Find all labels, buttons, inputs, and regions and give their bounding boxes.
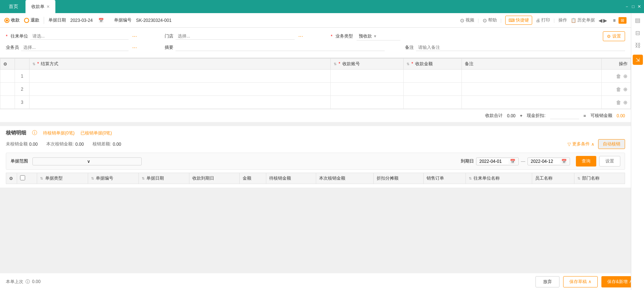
delete-icon[interactable]: 🗑	[616, 99, 621, 105]
doc-no-value: SK-20230324-001	[136, 18, 171, 23]
discount-input[interactable]	[550, 112, 579, 119]
table-row: 3 🗑 ⊕	[0, 96, 631, 109]
save-draft-btn[interactable]: 保存草稿 ∧	[563, 276, 598, 287]
minimize-btn[interactable]: －	[625, 4, 629, 10]
staff-input[interactable]	[21, 44, 129, 51]
equals-sign: =	[584, 113, 586, 118]
history-btn[interactable]: 📋 历史单据	[571, 17, 595, 23]
filter-icon: ▽	[568, 142, 571, 147]
calendar-from-icon[interactable]: 📅	[510, 159, 515, 164]
row-account-cell[interactable]	[331, 96, 404, 109]
col-current-cancel: 本次核销金额	[316, 173, 373, 184]
prev-arrow[interactable]: ◀	[598, 17, 602, 23]
row-num-cell: 3	[15, 96, 30, 109]
calendar-to-icon[interactable]: 📅	[561, 159, 567, 164]
row-remark-cell[interactable]	[462, 96, 602, 109]
col-staff-name: 员工名称	[532, 173, 574, 184]
abandon-btn[interactable]: 放弃	[535, 276, 559, 287]
remark-field: 备注	[405, 44, 625, 51]
row-num-cell: 2	[15, 83, 30, 96]
table-settings-icon[interactable]: ⚙	[9, 176, 13, 181]
plus-sign: +	[520, 113, 522, 118]
date-label: 单据日期	[48, 17, 66, 23]
copy-icon[interactable]: ⊕	[623, 86, 628, 92]
date-value: 2023-03-24	[70, 18, 93, 23]
col-action: 操作	[602, 59, 631, 70]
radio-tuiquan[interactable]: 退款	[24, 17, 39, 23]
radio-shouquan[interactable]: 收款	[4, 17, 20, 23]
store-input[interactable]	[176, 33, 295, 40]
counterpart-more-icon[interactable]: ···	[132, 34, 137, 39]
sidebar-icon-table[interactable]: ▤	[635, 17, 640, 24]
col-account: ⇅ * 收款账号	[331, 59, 404, 70]
biztype-label: 业务类型	[335, 33, 353, 39]
calendar-icon[interactable]: 📅	[98, 18, 104, 23]
row-amount-cell[interactable]	[404, 83, 462, 96]
row-remark-cell[interactable]	[462, 83, 602, 96]
row-settle-cell[interactable]	[30, 96, 331, 109]
toolbar: 收款 退款 单据日期 2023-03-24 📅 单据编号 SK-20230324…	[0, 13, 631, 28]
row-settle-cell[interactable]	[30, 70, 331, 83]
biztype-select[interactable]: 预收款 ▼	[357, 32, 400, 40]
delete-icon[interactable]: 🗑	[616, 86, 621, 92]
range-select[interactable]: ∨	[32, 157, 142, 165]
shortcut-btn[interactable]: ⌨ 快捷键	[505, 16, 532, 25]
copy-icon[interactable]: ⊕	[623, 99, 628, 105]
copy-icon[interactable]: ⊕	[623, 73, 628, 79]
total-value: 0.00	[507, 113, 515, 118]
pending-tab[interactable]: 待核销单据(0笔)	[43, 130, 75, 136]
query-btn[interactable]: 查询	[576, 156, 596, 166]
next-arrow[interactable]: ▶	[603, 17, 607, 23]
counterpart-input[interactable]	[30, 33, 129, 40]
grid-view-btn[interactable]: ⊞	[619, 17, 627, 24]
date-to-input[interactable]	[531, 159, 560, 164]
date-from-input[interactable]	[479, 159, 508, 164]
remark-input[interactable]	[416, 44, 625, 51]
tab-bar: 首页 收款单 × － □ ✕	[0, 0, 644, 13]
done-tab[interactable]: 已核销单据(0笔)	[80, 130, 112, 136]
tab-close-icon[interactable]: ×	[47, 4, 50, 9]
store-field: 门店 ···	[165, 33, 303, 40]
current-stat: 本次核销金额: 0.00	[46, 141, 84, 147]
auto-verify-btn[interactable]: 自动核销	[598, 139, 625, 149]
ops-btn[interactable]: 操作	[558, 17, 567, 23]
row-account-cell[interactable]	[331, 83, 404, 96]
tab-active[interactable]: 收款单 ×	[25, 0, 55, 13]
data-table-container: ⚙ ⇅ * 结算方式 ⇅ * 收款账号 ⇅ * 收款	[0, 58, 631, 109]
summary-input[interactable]	[176, 44, 385, 51]
list-view-btn[interactable]: ≡	[611, 17, 618, 24]
video-btn[interactable]: ⊙ 视频	[460, 17, 474, 23]
more-filter-link[interactable]: ▽ 更多条件 ∧	[568, 141, 594, 147]
print-btn[interactable]: 🖨 打印	[536, 17, 550, 23]
settings-small-btn[interactable]: 设置	[599, 156, 620, 166]
delete-icon[interactable]: 🗑	[616, 73, 621, 79]
restore-btn[interactable]: □	[632, 4, 635, 9]
sidebar-icon-link[interactable]: ⛓	[635, 42, 641, 49]
row-account-cell[interactable]	[331, 70, 404, 83]
row-gear-cell	[0, 70, 15, 83]
col-settle: ⇅ * 结算方式	[30, 59, 331, 70]
verify-header: 核销明细 ⓘ 待核销单据(0笔) 已核销单据(0笔)	[6, 130, 625, 136]
help-btn[interactable]: ⊙ 帮助	[483, 17, 497, 23]
row-amount-cell[interactable]	[404, 96, 462, 109]
staff-label: 业务员	[6, 44, 19, 51]
col-doc-type: ⇅ 单据类型	[37, 173, 88, 184]
settings-button[interactable]: ⚙ 设置	[603, 31, 625, 41]
row-amount-cell[interactable]	[404, 70, 462, 83]
verify-info-icon[interactable]: ⓘ	[32, 130, 37, 136]
biztype-arrow-icon: ▼	[373, 34, 377, 38]
sidebar-icon-active[interactable]: ⇲	[633, 55, 643, 65]
tab-home[interactable]: 首页	[3, 0, 24, 13]
sidebar-icon-doc[interactable]: ⊟	[635, 30, 640, 36]
summary-row: 收款合计 0.00 + 现金折扣: = 可核销金额 0.00	[0, 109, 631, 122]
view-btns: ≡ ⊞	[611, 17, 627, 24]
table-settings-col[interactable]: ⚙	[0, 59, 15, 70]
row-settle-cell[interactable]	[30, 83, 331, 96]
ben-dan-label: 本单上次	[6, 279, 23, 285]
close-btn[interactable]: ✕	[637, 4, 641, 9]
col-doc-no: ⇅ 单据编号	[88, 173, 138, 184]
checkbox-all[interactable]	[20, 175, 25, 180]
row-remark-cell[interactable]	[462, 70, 602, 83]
staff-more-icon[interactable]: ···	[132, 45, 137, 51]
store-more-icon[interactable]: ···	[298, 34, 303, 39]
